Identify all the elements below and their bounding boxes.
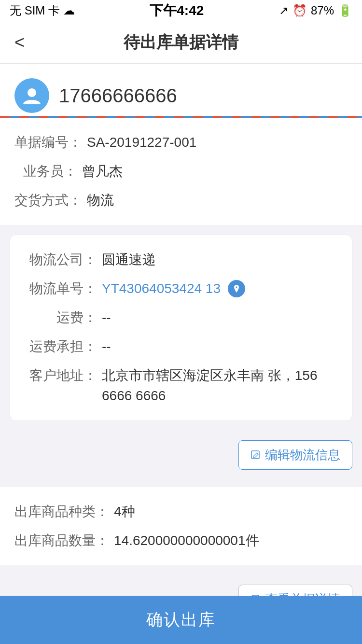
confirm-outbound-button[interactable]: 确认出库 — [0, 596, 362, 644]
address-row: 客户地址： 北京市市辖区海淀区永丰南 张，156 6666 6666 — [25, 365, 337, 406]
logistics-company-value: 圆通速递 — [102, 250, 337, 270]
sim-status: 无 SIM 卡 ☁ — [10, 3, 75, 18]
battery-icon: 🔋 — [338, 4, 352, 17]
status-bar-left: 无 SIM 卡 ☁ — [10, 3, 75, 18]
logistics-tracking-value: YT43064053424 13 — [102, 279, 337, 299]
gray-separator-2 — [0, 478, 362, 487]
gray-separator-1 — [0, 470, 362, 478]
freight-bearer-value: -- — [102, 336, 337, 357]
location-icon-status: ↗ — [279, 4, 289, 17]
freight-row: 运费： -- — [25, 308, 337, 328]
status-bar: 无 SIM 卡 ☁ 下午4:42 ↗ ⏰ 87% 🔋 — [0, 0, 362, 21]
status-bar-right: ↗ ⏰ 87% 🔋 — [279, 4, 352, 17]
freight-label: 运费： — [25, 308, 102, 328]
logistics-card: 物流公司： 圆通速递 物流单号： YT43064053424 13 运费： --… — [10, 235, 352, 421]
types-label: 出库商品种类： — [14, 502, 114, 522]
avatar — [14, 78, 49, 113]
order-no-row: 单据编号： SA-20191227-001 — [14, 132, 348, 153]
logistics-tracking-row: 物流单号： YT43064053424 13 — [25, 279, 337, 299]
status-bar-time: 下午4:42 — [150, 1, 204, 20]
salesman-value: 曾凡杰 — [82, 161, 348, 182]
dashed-divider — [0, 113, 362, 118]
freight-bearer-row: 运费承担： -- — [25, 336, 337, 357]
edit-logistics-button[interactable]: 编辑物流信息 — [238, 440, 352, 470]
battery-status: 87% — [311, 4, 334, 17]
edit-btn-label: 编辑物流信息 — [265, 447, 340, 463]
page-title: 待出库单据详情 — [124, 31, 238, 54]
quantity-row: 出库商品数量： 14.620000000000001件 — [14, 531, 348, 551]
map-location-icon[interactable] — [228, 280, 245, 297]
order-no-value: SA-20191227-001 — [87, 132, 348, 153]
salesman-row: 业务员： 曾凡杰 — [14, 161, 348, 182]
delivery-value: 物流 — [87, 190, 348, 210]
user-phone: 17666666666 — [59, 85, 177, 107]
logistics-tracking-label: 物流单号： — [25, 279, 102, 299]
edit-icon — [251, 450, 261, 461]
address-value: 北京市市辖区海淀区永丰南 张，156 6666 6666 — [102, 365, 337, 406]
salesman-label: 业务员： — [14, 161, 82, 182]
quantity-value: 14.620000000000001件 — [114, 531, 348, 551]
delivery-label: 交货方式： — [14, 190, 87, 210]
freight-value: -- — [102, 308, 337, 328]
user-header: 17666666666 — [0, 64, 362, 113]
logistics-company-row: 物流公司： 圆通速递 — [25, 250, 337, 270]
back-button[interactable]: < — [14, 28, 34, 57]
avatar-icon — [21, 85, 42, 106]
delivery-row: 交货方式： 物流 — [14, 190, 348, 210]
order-no-label: 单据编号： — [14, 132, 87, 153]
logistics-company-label: 物流公司： — [25, 250, 102, 270]
confirm-btn-text: 确认出库 — [146, 609, 216, 631]
edit-btn-row: 编辑物流信息 — [0, 431, 362, 470]
types-value: 4种 — [114, 502, 348, 522]
nav-bar: < 待出库单据详情 — [0, 21, 362, 64]
order-info-section: 单据编号： SA-20191227-001 业务员： 曾凡杰 交货方式： 物流 — [0, 118, 362, 225]
quantity-label: 出库商品数量： — [14, 531, 114, 551]
address-label: 客户地址： — [25, 365, 102, 386]
content: 17666666666 单据编号： SA-20191227-001 业务员： 曾… — [0, 64, 362, 644]
svg-point-0 — [28, 88, 36, 97]
freight-bearer-label: 运费承担： — [25, 336, 102, 357]
stats-section: 出库商品种类： 4种 出库商品数量： 14.620000000000001件 — [0, 487, 362, 565]
tracking-number-text: YT43064053424 13 — [102, 279, 221, 299]
alarm-icon: ⏰ — [292, 4, 307, 17]
types-row: 出库商品种类： 4种 — [14, 502, 348, 522]
